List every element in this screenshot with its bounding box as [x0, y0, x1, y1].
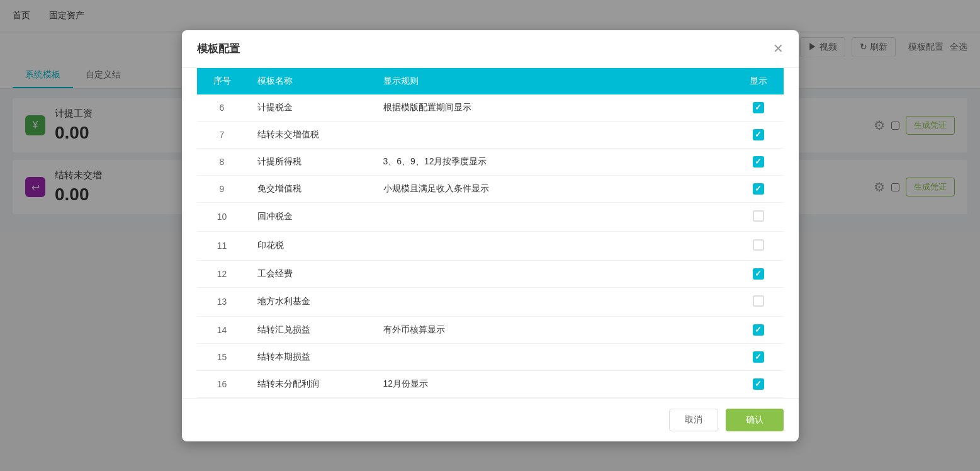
cell-rule-15 — [373, 343, 733, 370]
cell-name-13: 地方水利基金 — [247, 287, 373, 316]
cell-rule-9: 小规模且满足收入条件显示 — [373, 175, 733, 202]
cell-rule-7 — [373, 121, 733, 148]
cell-name-15: 结转本期损益 — [247, 343, 373, 370]
cell-name-11: 印花税 — [247, 231, 373, 260]
cell-name-7: 结转未交增值税 — [247, 121, 373, 148]
checkbox-6[interactable] — [753, 102, 764, 113]
modal-header: 模板配置 ✕ — [182, 30, 799, 68]
cell-name-6: 计提税金 — [247, 94, 373, 122]
table-row: 15结转本期损益 — [197, 343, 784, 370]
cell-name-14: 结转汇兑损益 — [247, 316, 373, 343]
modal-close-button[interactable]: ✕ — [773, 42, 784, 55]
modal-title: 模板配置 — [197, 42, 240, 56]
table-row: 11印花税 — [197, 231, 784, 260]
col-header-name: 模板名称 — [247, 68, 373, 94]
cell-id-11: 11 — [197, 231, 247, 260]
cell-check-12 — [733, 260, 784, 287]
modal-template-config: 模板配置 ✕ 序号 模板名称 显示规则 显示 6计提税金根据模版配置期间显示7结… — [182, 30, 799, 441]
table-row: 6计提税金根据模版配置期间显示 — [197, 94, 784, 122]
cell-rule-14: 有外币核算显示 — [373, 316, 733, 343]
checkbox-13[interactable] — [753, 295, 764, 307]
cell-rule-6: 根据模版配置期间显示 — [373, 94, 733, 122]
cell-id-8: 8 — [197, 148, 247, 175]
cell-check-15 — [733, 343, 784, 370]
checkbox-7[interactable] — [753, 129, 764, 140]
checkbox-8[interactable] — [753, 156, 764, 167]
table-row: 7结转未交增值税 — [197, 121, 784, 148]
cell-id-16: 16 — [197, 370, 247, 397]
cell-id-9: 9 — [197, 175, 247, 202]
cell-check-8 — [733, 148, 784, 175]
cell-id-13: 13 — [197, 287, 247, 316]
cell-check-6 — [733, 94, 784, 122]
checkbox-9[interactable] — [753, 183, 764, 195]
cell-rule-10 — [373, 202, 733, 231]
table-row: 14结转汇兑损益有外币核算显示 — [197, 316, 784, 343]
cell-rule-13 — [373, 287, 733, 316]
cell-id-15: 15 — [197, 343, 247, 370]
cell-check-16 — [733, 370, 784, 397]
confirm-button[interactable]: 确认 — [726, 409, 784, 431]
table-row: 8计提所得税3、6、9、12月按季度显示 — [197, 148, 784, 175]
checkbox-12[interactable] — [753, 268, 764, 280]
cell-check-7 — [733, 121, 784, 148]
table-row: 13地方水利基金 — [197, 287, 784, 316]
modal-body: 序号 模板名称 显示规则 显示 6计提税金根据模版配置期间显示7结转未交增值税8… — [182, 68, 799, 398]
cell-name-16: 结转未分配利润 — [247, 370, 373, 397]
cell-id-6: 6 — [197, 94, 247, 122]
checkbox-14[interactable] — [753, 324, 764, 336]
cell-check-13 — [733, 287, 784, 316]
col-header-rule: 显示规则 — [373, 68, 733, 94]
cell-rule-11 — [373, 231, 733, 260]
modal-overlay: 模板配置 ✕ 序号 模板名称 显示规则 显示 6计提税金根据模版配置期间显示7结… — [0, 0, 980, 471]
cancel-button[interactable]: 取消 — [669, 409, 718, 431]
cell-id-14: 14 — [197, 316, 247, 343]
cell-name-10: 回冲税金 — [247, 202, 373, 231]
col-header-display: 显示 — [733, 68, 784, 94]
cell-id-7: 7 — [197, 121, 247, 148]
cell-name-8: 计提所得税 — [247, 148, 373, 175]
cell-check-11 — [733, 231, 784, 260]
checkbox-16[interactable] — [753, 378, 764, 390]
table-row: 10回冲税金 — [197, 202, 784, 231]
checkbox-11[interactable] — [753, 239, 764, 251]
cell-id-10: 10 — [197, 202, 247, 231]
cell-rule-16: 12月份显示 — [373, 370, 733, 397]
cell-rule-8: 3、6、9、12月按季度显示 — [373, 148, 733, 175]
cell-rule-12 — [373, 260, 733, 287]
table-row: 16结转未分配利润12月份显示 — [197, 370, 784, 397]
checkbox-15[interactable] — [753, 351, 764, 363]
cell-name-12: 工会经费 — [247, 260, 373, 287]
cell-check-14 — [733, 316, 784, 343]
cell-name-9: 免交增值税 — [247, 175, 373, 202]
cell-id-12: 12 — [197, 260, 247, 287]
checkbox-10[interactable] — [753, 210, 764, 222]
table-row: 9免交增值税小规模且满足收入条件显示 — [197, 175, 784, 202]
cell-check-9 — [733, 175, 784, 202]
table-row: 12工会经费 — [197, 260, 784, 287]
cell-check-10 — [733, 202, 784, 231]
modal-footer: 取消 确认 — [182, 398, 799, 441]
col-header-id: 序号 — [197, 68, 247, 94]
config-table: 序号 模板名称 显示规则 显示 6计提税金根据模版配置期间显示7结转未交增值税8… — [197, 68, 784, 398]
